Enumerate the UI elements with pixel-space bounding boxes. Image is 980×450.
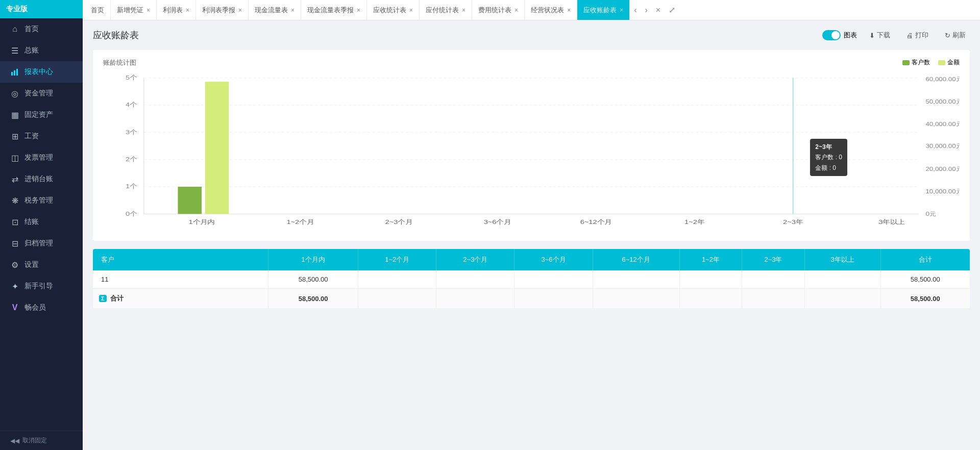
- sidebar-item-label: 报表中心: [24, 67, 53, 77]
- sidebar-item-assets[interactable]: ▦ 固定资产: [0, 104, 83, 126]
- guide-icon: ✦: [10, 282, 19, 291]
- cell-total-y2-3: [742, 289, 805, 309]
- tax-icon: ❋: [10, 196, 19, 205]
- chart-svg-wrap: 0个 1个 2个 3个 4个 5个 0元 10,000.00元 20,000.0…: [103, 72, 960, 236]
- tab-fullscreen-button[interactable]: ⤢: [665, 0, 679, 20]
- table-header-row: 客户 1个月内 1~2个月 2~3个月 3~6个月 6~12个月 1~2年 2~…: [93, 249, 970, 270]
- svg-text:2~3个月: 2~3个月: [385, 218, 413, 225]
- sidebar-item-invoice[interactable]: ◫ 发票管理: [0, 147, 83, 168]
- print-icon: 🖨: [906, 32, 913, 39]
- svg-text:1~2个月: 1~2个月: [286, 218, 314, 225]
- tab-next-button[interactable]: ›: [641, 0, 651, 20]
- sidebar: 专业版 ⌂ 首页 ☰ 总账 报表中心 ◎ 资金管理 ▦ 固定资产 ⊞ 工资 ◫ …: [0, 0, 83, 450]
- close-icon[interactable]: ×: [238, 7, 242, 14]
- close-icon[interactable]: ×: [186, 7, 189, 14]
- svg-rect-0: [11, 72, 13, 76]
- cell-customer: 11: [93, 270, 268, 289]
- refresh-icon: ↻: [945, 32, 950, 39]
- cell-total-y3plus: [804, 289, 880, 309]
- main-content: 首页 新增凭证 × 利润表 × 利润表季报 × 现金流量表 × 现金流量表季报 …: [83, 0, 980, 450]
- close-icon[interactable]: ×: [462, 7, 465, 14]
- svg-text:20,000.00元: 20,000.00元: [925, 166, 960, 172]
- sidebar-item-label: 结账: [24, 217, 39, 227]
- svg-rect-1: [14, 70, 15, 76]
- cell-y1-2: [679, 270, 742, 289]
- tab-home[interactable]: 首页: [85, 0, 111, 20]
- tab-receivable-aging[interactable]: 应收账龄表 ×: [577, 0, 630, 20]
- close-icon[interactable]: ×: [567, 7, 571, 14]
- sidebar-item-sales[interactable]: ⇄ 进销台账: [0, 168, 83, 190]
- svg-text:40,000.00元: 40,000.00元: [925, 121, 960, 127]
- tab-cashflow-quarter[interactable]: 现金流量表季报 ×: [301, 0, 367, 20]
- legend-amount-color: [938, 60, 945, 65]
- svg-text:1~2年: 1~2年: [684, 218, 704, 225]
- sidebar-item-reports[interactable]: 报表中心: [0, 61, 83, 83]
- cell-y2-3: [742, 270, 805, 289]
- tab-bar: 首页 新增凭证 × 利润表 × 利润表季报 × 现金流量表 × 现金流量表季报 …: [83, 0, 980, 20]
- bar-amount-1: [205, 82, 229, 214]
- tab-label: 经营状况表: [531, 6, 564, 15]
- vip-icon: V: [10, 303, 19, 312]
- tab-cashflow[interactable]: 现金流量表 ×: [249, 0, 301, 20]
- cell-total-m1-2: [358, 289, 436, 309]
- sidebar-item-label: 进销台账: [24, 174, 53, 184]
- legend-amount-label: 金额: [947, 58, 960, 67]
- tab-label: 现金流量表季报: [307, 6, 354, 15]
- close-icon[interactable]: ×: [514, 7, 518, 14]
- tab-payable-stat[interactable]: 应付统计表 ×: [420, 0, 472, 20]
- invoice-icon: ◫: [10, 153, 19, 162]
- close-icon[interactable]: ×: [409, 7, 413, 14]
- close-icon[interactable]: ×: [291, 7, 295, 14]
- cell-m1-2: [358, 270, 436, 289]
- data-table: 客户 1个月内 1~2个月 2~3个月 3~6个月 6~12个月 1~2年 2~…: [93, 249, 970, 308]
- cell-y3plus: [804, 270, 880, 289]
- tab-receivable-stat[interactable]: 应收统计表 ×: [367, 0, 420, 20]
- tab-close-all-button[interactable]: ×: [652, 0, 665, 20]
- sidebar-item-archive[interactable]: ⊟ 归档管理: [0, 233, 83, 254]
- close-icon[interactable]: ×: [357, 7, 360, 14]
- sidebar-item-guide[interactable]: ✦ 新手引导: [0, 276, 83, 297]
- tab-prev-button[interactable]: ‹: [630, 0, 641, 20]
- tab-label: 应付统计表: [426, 6, 459, 15]
- sidebar-item-label: 畅会员: [24, 303, 46, 312]
- tab-profit-quarter[interactable]: 利润表季报 ×: [196, 0, 249, 20]
- col-y1-2: 1~2年: [679, 249, 742, 270]
- sidebar-item-vip[interactable]: V 畅会员: [0, 297, 83, 318]
- assets-icon: ▦: [10, 110, 19, 119]
- chart-toggle[interactable]: [822, 30, 841, 40]
- close-icon[interactable]: ×: [146, 7, 150, 14]
- unpin-button[interactable]: ◀◀ 取消固定: [0, 431, 83, 450]
- download-button[interactable]: ⬇ 下载: [865, 29, 894, 42]
- sidebar-item-closing[interactable]: ⊡ 结账: [0, 211, 83, 233]
- sidebar-item-label: 税务管理: [24, 196, 53, 205]
- cell-total-y1-2: [679, 289, 742, 309]
- tab-voucher[interactable]: 新增凭证 ×: [111, 0, 157, 20]
- sidebar-item-tax[interactable]: ❋ 税务管理: [0, 190, 83, 211]
- close-icon[interactable]: ×: [620, 7, 623, 14]
- tab-business-stat[interactable]: 经营状况表 ×: [525, 0, 577, 20]
- table-wrap: 客户 1个月内 1~2个月 2~3个月 3~6个月 6~12个月 1~2年 2~…: [93, 249, 970, 308]
- sidebar-item-funds[interactable]: ◎ 资金管理: [0, 83, 83, 104]
- tab-expense-stat[interactable]: 费用统计表 ×: [472, 0, 525, 20]
- settings-icon: ⚙: [10, 260, 19, 269]
- col-customer: 客户: [93, 249, 268, 270]
- tab-profit[interactable]: 利润表 ×: [157, 0, 196, 20]
- svg-text:1个月内: 1个月内: [189, 218, 215, 225]
- refresh-button[interactable]: ↻ 刷新: [941, 29, 970, 42]
- sidebar-item-ledger[interactable]: ☰ 总账: [0, 40, 83, 61]
- table-row: 11 58,500.00 58,500.00: [93, 270, 970, 289]
- col-total: 合计: [880, 249, 970, 270]
- page-header: 应收账龄表 图表 ⬇ 下载 🖨 打印 ↻ 刷新: [93, 29, 970, 42]
- unpin-label: 取消固定: [22, 436, 47, 445]
- cell-total-m1: 58,500.00: [268, 289, 358, 309]
- print-button[interactable]: 🖨 打印: [902, 29, 933, 42]
- sidebar-item-salary[interactable]: ⊞ 工资: [0, 126, 83, 147]
- sidebar-item-label: 新手引导: [24, 282, 53, 291]
- tab-label: 应收统计表: [373, 6, 406, 15]
- col-m1: 1个月内: [268, 249, 358, 270]
- sidebar-item-label: 固定资产: [24, 110, 53, 119]
- sidebar-item-label: 发票管理: [24, 153, 53, 162]
- sidebar-item-home[interactable]: ⌂ 首页: [0, 18, 83, 40]
- sidebar-item-settings[interactable]: ⚙ 设置: [0, 254, 83, 276]
- refresh-label: 刷新: [952, 31, 966, 40]
